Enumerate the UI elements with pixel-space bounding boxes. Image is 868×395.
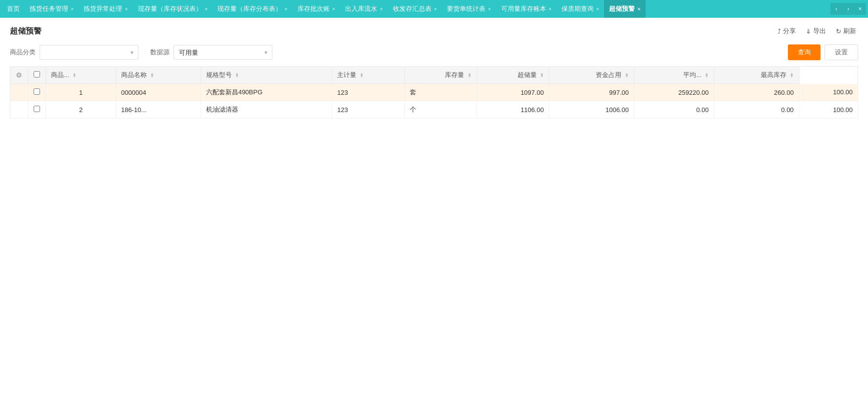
- row-checkbox-cell: [28, 101, 46, 118]
- row-gear: [10, 84, 28, 101]
- table-row: 1 0000004 六配套新昌490BPG 123 套 1097.00 997.…: [10, 84, 858, 101]
- col-unit-label: 主计量: [337, 71, 356, 79]
- row-checkbox[interactable]: [34, 88, 40, 95]
- nav-home[interactable]: 首页: [2, 0, 25, 18]
- col-header-unit[interactable]: 主计量 ▲ ▼: [332, 67, 404, 84]
- nav-prev-btn[interactable]: ‹: [830, 3, 842, 15]
- row-avg: 0.00: [714, 101, 799, 118]
- nav-picking-task[interactable]: 拣货任务管理 ×: [25, 0, 79, 18]
- row-avg: 260.00: [714, 84, 799, 101]
- col-header-name[interactable]: 商品名称 ▲ ▼: [116, 67, 201, 84]
- row-code: 0000004: [116, 84, 201, 101]
- close-collect-summary[interactable]: ×: [434, 6, 437, 12]
- table-row: 2 186-10... 机油滤清器 123 个 1106.00 1006.00 …: [10, 101, 858, 118]
- nav-collect-summary[interactable]: 收发存汇总表 ×: [388, 0, 442, 18]
- col-header-max-stock[interactable]: 最高库存 ▲ ▼: [714, 67, 799, 84]
- sort-avg-icon[interactable]: ▲ ▼: [705, 73, 709, 78]
- page-header: 超储预警 ⤴ 分享 ⇓ 导出 ↻ 刷新: [10, 26, 858, 37]
- nav-next-btn[interactable]: ›: [842, 3, 854, 15]
- nav-expiry-check[interactable]: 保质期查询 ×: [557, 0, 604, 18]
- col-header-capital[interactable]: 资金占用 ▲ ▼: [549, 67, 634, 84]
- sort-unit-icon[interactable]: ▲ ▼: [360, 73, 364, 78]
- close-available-account[interactable]: ×: [549, 6, 552, 12]
- row-unit: 个: [404, 101, 477, 118]
- close-picking-task[interactable]: ×: [71, 6, 74, 12]
- nav-picking-exception[interactable]: 拣货异常处理 ×: [79, 0, 132, 18]
- row-name: 机油滤清器: [201, 101, 332, 118]
- close-picking-exception[interactable]: ×: [125, 6, 128, 12]
- close-inventory-dist[interactable]: ×: [284, 6, 287, 12]
- nav-available-account[interactable]: 可用量库存账本 ×: [496, 0, 557, 18]
- nav-inventory-dist[interactable]: 现存量（库存分布表） ×: [213, 0, 292, 18]
- nav-inout-flow[interactable]: 出入库流水 ×: [340, 0, 388, 18]
- row-checkbox[interactable]: [34, 106, 40, 112]
- nav-overstock-alert[interactable]: 超储预警 ×: [604, 0, 645, 18]
- sort-max-stock-icon[interactable]: ▲ ▼: [790, 73, 794, 78]
- sort-name-icon[interactable]: ▲ ▼: [150, 73, 154, 78]
- row-max-stock: 100.00: [799, 84, 858, 101]
- sort-spec-icon[interactable]: ▲ ▼: [235, 73, 239, 78]
- category-filter-group: 商品分类 ▼: [10, 45, 138, 60]
- query-button[interactable]: 查询: [788, 44, 821, 60]
- close-inventory-batch[interactable]: ×: [332, 6, 335, 12]
- row-capital: 259220.00: [634, 84, 714, 101]
- row-spec: 123: [332, 101, 404, 118]
- share-button[interactable]: ⤴ 分享: [776, 26, 798, 37]
- col-header-spec[interactable]: 规格型号 ▲ ▼: [201, 67, 332, 84]
- row-overstock: 997.00: [549, 84, 634, 101]
- row-overstock: 1006.00: [549, 101, 634, 118]
- row-code: 186-10...: [116, 101, 201, 118]
- datasource-select[interactable]: 可用量 库存量: [174, 45, 272, 60]
- col-overstock-label: 超储量: [518, 71, 537, 79]
- category-select-wrapper: ▼: [40, 45, 138, 60]
- filter-row: 商品分类 ▼ 数据源 可用量 库存量 ▼ 查询 设置: [10, 44, 858, 60]
- col-capital-label: 资金占用: [596, 71, 621, 79]
- data-table: ⚙ 商品... ▲ ▼ 商品名称 ▲ ▼: [10, 66, 858, 118]
- close-overstock-alert[interactable]: ×: [637, 6, 640, 12]
- datasource-filter-group: 数据源 可用量 库存量 ▼: [150, 45, 272, 60]
- row-gear: [10, 101, 28, 118]
- col-header-avg[interactable]: 平均... ▲ ▼: [634, 67, 714, 84]
- header-actions: ⤴ 分享 ⇓ 导出 ↻ 刷新: [776, 26, 858, 37]
- col-header-code[interactable]: 商品... ▲ ▼: [46, 67, 116, 84]
- nav-inventory-batch[interactable]: 库存批次账 ×: [293, 0, 340, 18]
- col-avg-label: 平均...: [683, 71, 701, 79]
- col-stock-label: 库存量: [445, 71, 464, 79]
- close-expiry-check[interactable]: ×: [596, 6, 599, 12]
- row-name: 六配套新昌490BPG: [201, 84, 332, 101]
- row-index: 2: [46, 101, 116, 118]
- col-header-gear[interactable]: ⚙: [10, 67, 28, 84]
- col-header-stock[interactable]: 库存量 ▲ ▼: [404, 67, 477, 84]
- gear-settings-icon[interactable]: ⚙: [16, 71, 22, 79]
- datasource-label: 数据源: [150, 48, 170, 57]
- select-all-checkbox[interactable]: [34, 71, 40, 78]
- close-inventory-status[interactable]: ×: [205, 6, 208, 12]
- category-select[interactable]: [40, 45, 138, 60]
- sort-overstock-icon[interactable]: ▲ ▼: [540, 73, 544, 78]
- export-button[interactable]: ⇓ 导出: [804, 26, 828, 37]
- close-order-stats[interactable]: ×: [488, 6, 491, 12]
- page-title: 超储预警: [10, 26, 42, 37]
- row-spec: 123: [332, 84, 404, 101]
- settings-button[interactable]: 设置: [825, 44, 858, 60]
- nav-order-stats[interactable]: 要货单统计表 ×: [442, 0, 496, 18]
- nav-close-all-btn[interactable]: ×: [854, 3, 866, 15]
- col-header-overstock[interactable]: 超储量 ▲ ▼: [477, 67, 549, 84]
- refresh-button[interactable]: ↻ 刷新: [834, 26, 858, 37]
- col-spec-label: 规格型号: [206, 71, 232, 79]
- row-max-stock: 100.00: [799, 101, 858, 118]
- sort-stock-icon[interactable]: ▲ ▼: [468, 73, 472, 78]
- nav-inventory-status[interactable]: 现存量（库存状况表） ×: [133, 0, 213, 18]
- col-code-label: 商品...: [51, 71, 69, 79]
- page-content: 超储预警 ⤴ 分享 ⇓ 导出 ↻ 刷新 商品分类 ▼: [0, 18, 868, 395]
- col-header-check: [28, 67, 46, 84]
- sort-code-icon[interactable]: ▲ ▼: [72, 73, 76, 78]
- col-max-stock-label: 最高库存: [761, 71, 786, 79]
- nav-arrows: ‹ › ×: [830, 3, 866, 15]
- row-capital: 0.00: [634, 101, 714, 118]
- close-inout-flow[interactable]: ×: [380, 6, 383, 12]
- row-checkbox-cell: [28, 84, 46, 101]
- sort-capital-icon[interactable]: ▲ ▼: [625, 73, 629, 78]
- top-navigation: 首页 拣货任务管理 × 拣货异常处理 × 现存量（库存状况表） × 现存量（库存…: [0, 0, 868, 18]
- share-icon: ⤴: [778, 28, 781, 35]
